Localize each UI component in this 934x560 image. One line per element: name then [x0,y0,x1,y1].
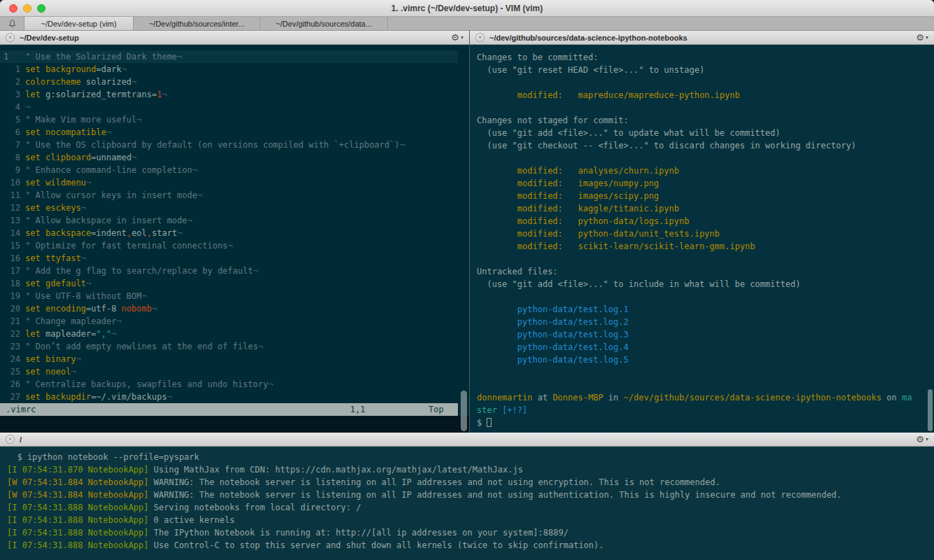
vim-line: 24set binary¬ [0,353,458,365]
vim-buffer[interactable]: 1" Use the Solarized Dark theme¬1set bac… [0,45,469,403]
line-number: 13 [0,214,20,227]
notebook-log-output[interactable]: $ ipython notebook --profile=pyspark[I 0… [0,447,934,560]
text-segment: set [25,367,41,377]
git-scrollbar-thumb[interactable] [928,389,933,431]
terminal-line: python-data/test.log.5 [477,354,927,366]
close-pane-icon[interactable]: ✕ [6,33,15,42]
vim-line: 26" Centralize backups, swapfiles and un… [0,378,458,391]
pane-menu-button[interactable]: ⚙ ▾ [916,435,928,444]
text-segment: ¬ [141,291,146,301]
text-segment: $ [477,418,487,428]
close-window-button[interactable] [9,4,18,13]
text-segment: background [46,64,96,74]
text-segment: [W 07:54:31.884 NotebookApp] [7,477,148,487]
text-segment: ¬ [132,77,137,87]
vim-line: 16set ttyfast¬ [0,252,458,265]
text-segment [41,392,46,402]
line-number: 7 [0,139,20,151]
terminal-line: python-data/test.log.3 [477,328,927,341]
text-segment: $ ipython notebook --profile=pyspark [7,452,200,462]
text-segment: let [25,90,41,99]
close-pane-icon[interactable]: ✕ [475,33,485,42]
vim-scrollbar-thumb[interactable] [461,391,467,431]
tab-interactive-coding-challenges[interactable]: ~/Dev/github/sources/inter... [134,17,260,30]
vim-editor[interactable]: 1" Use the Solarized Dark theme¬1set bac… [0,45,469,433]
text-segment: ¬ [71,367,76,377]
text-segment: python-data/test.log.1 [477,304,629,314]
text-segment: noeol [46,367,71,377]
tab-data-science-notebooks[interactable]: ~/Dev/github/sources/data... [260,17,388,30]
text-segment: modified: python-data/unit_tests.ipynb [477,229,720,239]
text-segment: nocompatible [46,127,106,137]
tab-label: ~/Dev/github/sources/inter... [149,20,245,28]
text-segment: ttyfast [46,253,81,263]
vim-line: 9" Enhance command-line completion¬ [0,164,458,176]
vim-pane-header[interactable]: ✕ ~/Dev/dev-setup ⚙ ▾ [0,31,469,45]
pane-menu-button[interactable]: ⚙ ▾ [916,33,928,42]
text-segment [41,153,46,162]
close-pane-icon[interactable]: ✕ [6,435,15,444]
shell-pane-header[interactable]: ✕ / ⚙ ▾ [0,433,934,447]
line-number: 26 [0,378,20,391]
text-segment: " Allow backspace in insert mode [25,216,187,225]
terminal-line: python-data/test.log.1 [477,303,927,316]
terminal-line: modified: mapreduce/mapreduce-python.ipy… [477,89,927,102]
line-number: 21 [0,315,20,328]
text-segment: ¬ [116,316,121,326]
gear-icon: ⚙ [916,435,924,444]
vim-statusline: .vimrc 1,1 Top [0,403,458,416]
line-number: 1 [0,50,20,63]
terminal-line [477,290,927,303]
text-segment: ¬ [137,115,141,125]
vim-line: 14set backspace=indent,eol,start¬ [0,227,458,239]
text-segment: ¬ [106,127,111,137]
tab-dev-setup[interactable]: ~/Dev/dev-setup (vim) [24,17,134,30]
text-segment: ¬ [81,253,86,263]
text-segment: ¬ [132,153,137,162]
terminal-line: donnemartin at Donnes-MBP in ~/dev/githu… [477,391,927,404]
text-segment: binary [46,354,76,364]
text-segment: , [147,228,152,238]
git-pane-header[interactable]: ✕ ~/dev/github/sources/data-science-ipyt… [470,31,934,45]
text-segment [41,127,46,137]
text-segment: let [25,329,41,339]
terminal-line: Untracked files: [477,265,927,278]
text-segment: ¬ [86,279,91,288]
text-segment: 0 active kernels [148,515,235,525]
text-segment: ¬ [81,203,86,213]
text-segment: =dark [96,64,121,74]
text-segment: ¬ [228,241,232,251]
shell-cursor [487,418,492,427]
pane-menu-button[interactable]: ⚙ ▾ [451,33,463,42]
text-segment: =utf-8 [86,304,122,314]
vim-line: 8set clipboard=unnamed¬ [0,151,458,164]
bell-icon [0,17,24,30]
line-number: 18 [0,277,20,290]
text-segment: start [152,228,177,238]
vim-line: 10set wildmenu¬ [0,176,458,189]
line-number: 16 [0,252,20,265]
tab-bar: ~/Dev/dev-setup (vim) ~/Dev/github/sourc… [0,17,934,31]
vim-line: 18set gdefault¬ [0,277,458,290]
text-segment [41,203,46,213]
text-segment: python-data/test.log.3 [477,330,629,340]
terminal-line: modified: images/numpy.png [477,177,927,190]
line-number: 5 [0,113,20,126]
git-terminal-output[interactable]: Changes to be committed: (use "git reset… [470,45,934,433]
text-segment: ¬ [86,178,91,188]
window-titlebar[interactable]: 1. .vimrc (~/Dev/dev-setup) - VIM (vim) [0,0,934,17]
git-pane: ✕ ~/dev/github/sources/data-science-ipyt… [469,31,934,433]
text-segment: [I 07:54:31.888 NotebookApp] [7,540,148,550]
zoom-window-button[interactable] [37,4,46,13]
text-segment: " Make Vim more useful [25,115,137,125]
vim-line: 1" Use the Solarized Dark theme¬ [0,50,458,63]
vim-line: 12set esckeys¬ [0,202,458,214]
gear-icon: ⚙ [916,33,924,42]
minimize-window-button[interactable] [23,4,32,13]
terminal-line: Changes to be committed: [477,51,927,64]
vim-cursor-position: 1,1 [350,403,428,416]
text-segment: ¬ [400,140,405,150]
text-segment: " Optimize for fast terminal connections [25,241,228,251]
text-segment: Changes to be committed: [477,52,598,62]
terminal-line: python-data/test.log.2 [477,316,927,328]
